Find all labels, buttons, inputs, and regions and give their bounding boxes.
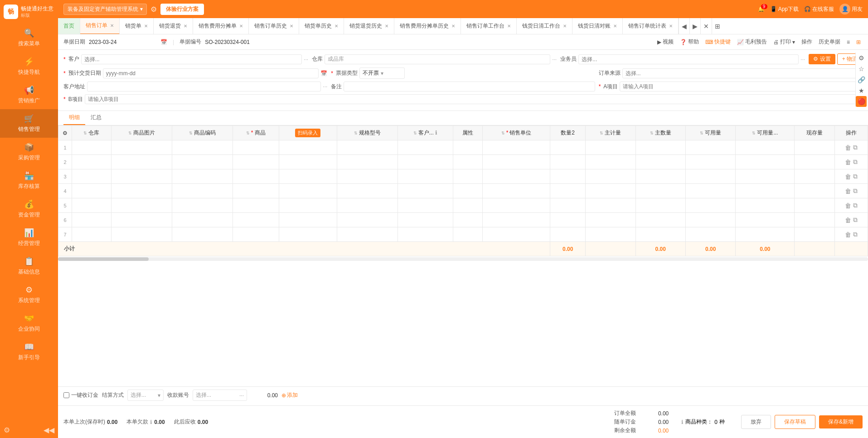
delete-row-icon[interactable]: 🗑 xyxy=(845,217,851,224)
shortcut-btn[interactable]: ⌨ 快捷键 xyxy=(703,37,732,47)
account-select[interactable]: 选择... ··· xyxy=(193,390,247,401)
collapse-icon[interactable]: ◀◀ xyxy=(44,426,54,434)
tab-close-icon[interactable]: ✕ xyxy=(507,24,511,29)
one-click-deposit-label[interactable]: 一键收订金 xyxy=(63,391,98,399)
one-click-deposit-checkbox[interactable] xyxy=(63,392,69,398)
tab-close-icon[interactable]: ✕ xyxy=(451,24,455,29)
remark-input[interactable] xyxy=(344,82,595,91)
account-more-icon[interactable]: ··· xyxy=(239,392,244,399)
sidebar-item-guide[interactable]: 📖 新手引导 xyxy=(0,337,58,366)
staff-input[interactable] xyxy=(578,54,799,64)
invoice-select[interactable]: 不开票 ▾ xyxy=(359,67,405,79)
tab-expand-btn[interactable]: ⊞ xyxy=(712,18,723,34)
tab-expense-history[interactable]: 销售费用分摊单历史 ✕ xyxy=(394,18,461,34)
staff-more-icon[interactable]: ··· xyxy=(800,56,805,63)
print-btn[interactable]: 🖨 打印 ▾ xyxy=(771,37,797,47)
sub-tab-detail[interactable]: 明细 xyxy=(63,111,85,125)
sidebar-item-purchase[interactable]: 📦 采购管理 xyxy=(0,138,58,166)
float-btn-5[interactable]: 🔴 xyxy=(856,96,867,107)
tab-home[interactable]: 首页 xyxy=(58,18,80,34)
th-settings[interactable]: ⚙ xyxy=(58,126,72,140)
help-btn[interactable]: ❓ 帮助 xyxy=(678,37,701,47)
tab-close-icon[interactable]: ✕ xyxy=(239,24,243,29)
scrollbar-thumb[interactable] xyxy=(58,257,149,261)
tab-close-icon[interactable]: ✕ xyxy=(563,24,567,29)
sidebar-item-system[interactable]: ⚙ 系统管理 xyxy=(0,280,58,309)
tab-close-icon[interactable]: ✕ xyxy=(290,24,293,29)
calendar-icon[interactable]: 📅 xyxy=(160,39,167,45)
payment-method-select[interactable]: 选择... ▾ xyxy=(127,390,164,401)
user-area[interactable]: 👤 用友 xyxy=(839,4,863,14)
float-btn-2[interactable]: ☆ xyxy=(856,63,867,74)
delete-row-icon[interactable]: 🗑 xyxy=(845,188,851,195)
operation-btn[interactable]: 操作 xyxy=(800,37,814,47)
copy-row-icon[interactable]: ⧉ xyxy=(853,231,858,238)
save-draft-button[interactable]: 保存草稿 xyxy=(775,415,815,429)
sidebar-item-cooperation[interactable]: 🤝 企业协同 xyxy=(0,309,58,337)
system-selector[interactable]: 装备及固定资产辅助管理系统 ▾ xyxy=(63,4,147,15)
app-download-btn[interactable]: 📱 App下载 xyxy=(770,5,799,13)
save-new-button[interactable]: 保存&新增 xyxy=(819,415,863,428)
solution-button[interactable]: 体验行业方案 xyxy=(160,4,204,15)
add-payment-btn[interactable]: ⊕ 添加 xyxy=(281,391,298,399)
copy-row-icon[interactable]: ⧉ xyxy=(853,173,858,180)
sidebar-item-inventory[interactable]: 🏪 库存核算 xyxy=(0,166,58,195)
layout-list-btn[interactable]: ≡ xyxy=(845,38,852,46)
tab-close-icon[interactable]: ✕ xyxy=(669,24,673,29)
copy-row-icon[interactable]: ⧉ xyxy=(853,158,858,166)
profit-btn[interactable]: 📈 毛利预告 xyxy=(735,37,769,47)
tab-sales-order-history[interactable]: 销售订单历史 ✕ xyxy=(249,18,299,34)
sidebar-item-basic-info[interactable]: 📋 基础信息 xyxy=(0,252,58,280)
delivery-calendar-icon[interactable]: 📅 xyxy=(320,70,327,77)
view-video-btn[interactable]: ▶ 视频 xyxy=(655,37,675,47)
delivery-input[interactable] xyxy=(103,68,319,78)
tab-close-icon[interactable]: ✕ xyxy=(144,24,148,29)
copy-row-icon[interactable]: ⧉ xyxy=(853,187,858,195)
sidebar-item-marketing[interactable]: 📢 营销推广 xyxy=(0,81,58,109)
project-a-input[interactable] xyxy=(620,82,863,91)
delete-row-icon[interactable]: 🗑 xyxy=(845,231,851,238)
tab-return-history[interactable]: 销货退货历史 ✕ xyxy=(344,18,394,34)
sidebar-item-quick-nav[interactable]: ⚡ 快捷导航 xyxy=(0,52,58,81)
tab-close-icon[interactable]: ✕ xyxy=(385,24,388,29)
tab-sales-return[interactable]: 销货退货 ✕ xyxy=(154,18,193,34)
date-input[interactable] xyxy=(89,39,157,45)
copy-row-icon[interactable]: ⧉ xyxy=(853,216,858,224)
delete-row-icon[interactable]: 🗑 xyxy=(845,173,851,180)
sidebar-item-search[interactable]: 🔍 搜索菜单 xyxy=(0,24,58,52)
tab-close-icon[interactable]: ✕ xyxy=(110,23,114,28)
address-more-icon[interactable]: ··· xyxy=(323,83,327,90)
customer-more-icon[interactable]: ··· xyxy=(304,56,308,63)
sidebar-item-sales[interactable]: 🛒 销售管理 xyxy=(0,109,58,138)
tab-close-all-btn[interactable]: ✕ xyxy=(700,18,712,34)
float-btn-4[interactable]: ★ xyxy=(856,85,867,96)
warehouse-input[interactable] xyxy=(325,54,550,64)
sidebar-item-business[interactable]: 📊 经营管理 xyxy=(0,223,58,252)
delete-row-icon[interactable]: 🗑 xyxy=(845,159,851,166)
topbar-gear-icon[interactable]: ⚙ xyxy=(150,5,157,14)
discard-button[interactable]: 放弃 xyxy=(741,415,771,429)
horizontal-scrollbar[interactable] xyxy=(58,257,868,261)
notification-badge[interactable]: 🔔 9 xyxy=(758,6,765,12)
tab-next-btn[interactable]: ▶ xyxy=(689,18,700,34)
tab-expense-split[interactable]: 销售费用分摊单 ✕ xyxy=(193,18,249,34)
tab-close-icon[interactable]: ✕ xyxy=(184,24,187,29)
float-btn-3[interactable]: 🔗 xyxy=(856,74,867,85)
settings-right-btn[interactable]: ⚙ 设置 xyxy=(809,54,835,64)
settings-bottom-icon[interactable]: ⚙ xyxy=(4,426,10,434)
order-source-input[interactable] xyxy=(622,68,856,78)
tab-sales-order[interactable]: 销售订单 ✕ xyxy=(80,18,120,34)
online-service-btn[interactable]: 🎧 在线客服 xyxy=(804,5,834,13)
tab-order-workbench[interactable]: 销售订单工作台 ✕ xyxy=(461,18,517,34)
history-btn[interactable]: 历史单据 xyxy=(817,37,842,47)
tab-close-icon[interactable]: ✕ xyxy=(613,24,617,29)
scan-button[interactable]: 扫码录入 xyxy=(295,129,320,137)
delete-row-icon[interactable]: 🗑 xyxy=(845,144,851,151)
address-input[interactable] xyxy=(87,82,321,91)
tab-prev-btn[interactable]: ◀ xyxy=(679,18,689,34)
float-btn-1[interactable]: ⚙ xyxy=(856,53,867,63)
tab-sales-bill[interactable]: 销货单 ✕ xyxy=(120,18,154,34)
layout-grid-btn[interactable]: ⊞ xyxy=(854,38,863,46)
sub-tab-summary[interactable]: 汇总 xyxy=(85,111,107,125)
copy-row-icon[interactable]: ⧉ xyxy=(853,202,858,209)
